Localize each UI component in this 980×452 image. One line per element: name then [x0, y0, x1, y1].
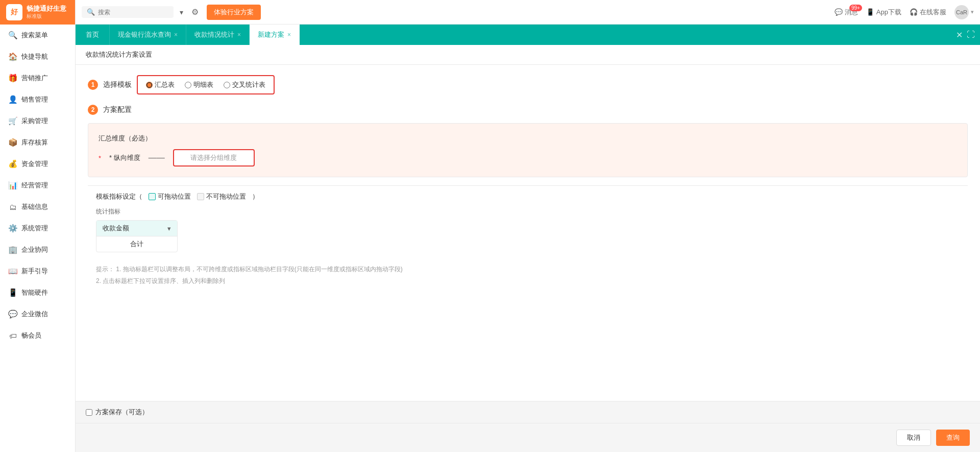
sidebar-item-inventory[interactable]: 📦 库存核算 — [0, 132, 75, 153]
detail-radio[interactable] — [185, 82, 191, 88]
dimension-select[interactable]: 请选择分组维度 — [173, 149, 255, 166]
app-download-label: App下载 — [876, 8, 901, 17]
sidebar-item-label: 销售管理 — [21, 95, 48, 104]
tab-bank-flow-label: 现金银行流水查询 — [118, 30, 171, 39]
col-dropdown-icon[interactable]: ▾ — [167, 225, 171, 232]
sidebar-item-sales[interactable]: 👤 销售管理 — [0, 89, 75, 110]
sidebar-item-operations[interactable]: 📊 经营管理 — [0, 175, 75, 196]
settings-icon: ⚙️ — [8, 224, 17, 233]
sidebar-item-guide[interactable]: 📖 新手引导 — [0, 260, 75, 282]
tab-home-label: 首页 — [86, 30, 99, 39]
logo-sub: 标准版 — [27, 13, 66, 20]
expand-window-button[interactable]: ⛶ — [967, 30, 975, 39]
required-star: * — [99, 154, 101, 162]
phone-icon: 📱 — [8, 288, 17, 297]
topbar: 🔍 ▾ ⚙ 体验行业方案 💬 消息 99+ 📱 App下载 🎧 在线客服 CaR — [76, 0, 980, 25]
tabbar: 首页 现金银行流水查询 × 收款情况统计 × 新建方案 × ✕ ⛶ — [76, 25, 980, 45]
search-input[interactable] — [98, 9, 159, 16]
step2-number: 2 — [88, 105, 98, 115]
app-download-button[interactable]: 📱 App下载 — [866, 8, 901, 17]
sidebar-item-hardware[interactable]: 📱 智能硬件 — [0, 282, 75, 303]
sidebar-item-system[interactable]: ⚙️ 系统管理 — [0, 218, 75, 239]
step1-title: 选择模板 — [103, 80, 132, 89]
sidebar-item-label: 基础信息 — [21, 202, 48, 211]
summary-radio[interactable] — [146, 82, 153, 88]
no-drag-legend: 不可拖动位置 — [197, 192, 246, 201]
sidebar-logo: 好 畅捷通好生意 标准版 — [0, 0, 75, 25]
tab-collection-stats[interactable]: 收款情况统计 × — [186, 25, 250, 45]
user-info[interactable]: CaR ▾ — [954, 5, 974, 19]
cross-radio[interactable] — [224, 82, 230, 88]
chart-icon: 📊 — [8, 181, 17, 190]
box-icon: 📦 — [8, 138, 17, 147]
breadcrumb: 收款情况统计方案设置 — [86, 51, 152, 58]
sidebar-item-label: 畅会员 — [21, 331, 41, 340]
metric-table-row: 合计 — [96, 236, 177, 252]
close-tab-icon[interactable]: × — [237, 31, 241, 38]
close-tab-icon[interactable]: × — [174, 31, 178, 38]
save-option-area: 方案保存（可选） — [76, 401, 980, 423]
phone-icon: 📱 — [866, 8, 874, 16]
stat-indicators-label: 统计指标 — [96, 207, 960, 216]
sidebar-item-search-menu[interactable]: 🔍 搜索菜单 — [0, 25, 75, 46]
gear-button[interactable]: ⚙ — [189, 5, 201, 19]
sidebar-item-member[interactable]: 🏷 畅会员 — [0, 325, 75, 346]
step1-section: 1 选择模板 汇总表 明细表 — [88, 75, 968, 94]
sidebar-item-enterprise[interactable]: 🏢 企业协同 — [0, 239, 75, 260]
sidebar-item-label: 快捷导航 — [21, 52, 48, 61]
sidebar-item-quick-nav[interactable]: 🏠 快捷导航 — [0, 46, 75, 67]
sidebar-item-wechat[interactable]: 💬 企业微信 — [0, 303, 75, 325]
template-option-cross[interactable]: 交叉统计表 — [224, 80, 265, 89]
sidebar-nav: 🔍 搜索菜单 🏠 快捷导航 🎁 营销推广 👤 销售管理 🛒 采购管理 📦 库存核… — [0, 25, 75, 452]
user-initials: CaR — [956, 9, 967, 15]
arrow-icon: —— — [149, 153, 165, 162]
sidebar-item-basic[interactable]: 🗂 基础信息 — [0, 196, 75, 218]
save-option-label[interactable]: 方案保存（可选） — [86, 408, 149, 417]
sidebar-item-label: 资金管理 — [21, 159, 48, 169]
gift-icon: 🎁 — [8, 74, 17, 83]
tab-bank-flow[interactable]: 现金银行流水查询 × — [110, 25, 186, 45]
sidebar-item-finance[interactable]: 💰 资金管理 — [0, 153, 75, 175]
content-area: 收款情况统计方案设置 1 选择模板 汇总表 — [76, 45, 980, 423]
template-radio-group: 汇总表 明细表 交叉统计表 — [146, 80, 265, 89]
template-option-detail[interactable]: 明细表 — [185, 80, 213, 89]
sidebar: 好 畅捷通好生意 标准版 🔍 搜索菜单 🏠 快捷导航 🎁 营销推广 👤 销售管理… — [0, 0, 76, 452]
close-window-button[interactable]: ✕ — [956, 30, 963, 40]
metric-table-header[interactable]: 收款金额 ▾ — [96, 221, 177, 236]
industry-plan-button[interactable]: 体验行业方案 — [207, 5, 261, 20]
save-checkbox[interactable] — [86, 409, 92, 416]
tips-section: 提示： 1. 拖动标题栏可以调整布局，不可跨维度或指标区域拖动栏目字段(只能在同… — [88, 258, 968, 296]
sidebar-item-purchase[interactable]: 🛒 采购管理 — [0, 110, 75, 132]
template-option-summary[interactable]: 汇总表 — [146, 80, 175, 89]
chevron-down-icon: ▾ — [971, 9, 974, 15]
tab-new-plan[interactable]: 新建方案 × — [250, 25, 300, 45]
close-tab-icon[interactable]: × — [287, 31, 291, 38]
sidebar-item-label: 搜索菜单 — [21, 31, 48, 40]
cancel-button[interactable]: 取消 — [896, 430, 931, 446]
draggable-text: 可拖动位置 — [158, 192, 191, 201]
topbar-right: 💬 消息 99+ 📱 App下载 🎧 在线客服 CaR ▾ — [835, 5, 974, 19]
sidebar-item-label: 新手引导 — [21, 267, 48, 276]
footer-bar: 取消 查询 — [76, 423, 980, 452]
query-button[interactable]: 查询 — [936, 430, 970, 446]
sidebar-item-marketing[interactable]: 🎁 营销推广 — [0, 67, 75, 89]
metric-table: 收款金额 ▾ 合计 — [96, 220, 178, 252]
dimension-area: 汇总维度（必选） * * 纵向维度 —— 请选择分组维度 — [88, 123, 968, 177]
tab-home[interactable]: 首页 — [76, 25, 110, 45]
logo-icon: 好 — [6, 4, 22, 20]
vertical-dimension-label: * 纵向维度 — [109, 153, 140, 162]
messages-button[interactable]: 💬 消息 99+ — [835, 8, 858, 17]
sidebar-item-label: 企业微信 — [21, 310, 48, 319]
avatar: CaR — [954, 5, 969, 19]
search-icon: 🔍 — [87, 8, 95, 16]
user-icon: 👤 — [8, 95, 17, 104]
dropdown-button[interactable]: ▾ — [180, 8, 183, 16]
cart-icon: 🛒 — [8, 116, 17, 126]
col-header-label: 收款金额 — [103, 224, 129, 233]
tip-line1: 提示： 1. 拖动标题栏可以调整布局，不可跨维度或指标区域拖动栏目字段(只能在同… — [96, 265, 960, 274]
online-service-button[interactable]: 🎧 在线客服 — [910, 8, 946, 17]
logo-text-block: 畅捷通好生意 标准版 — [27, 5, 66, 20]
step2-title: 方案配置 — [103, 105, 132, 114]
sidebar-item-label: 库存核算 — [21, 138, 48, 147]
no-drag-text: 不可拖动位置 — [206, 192, 246, 201]
